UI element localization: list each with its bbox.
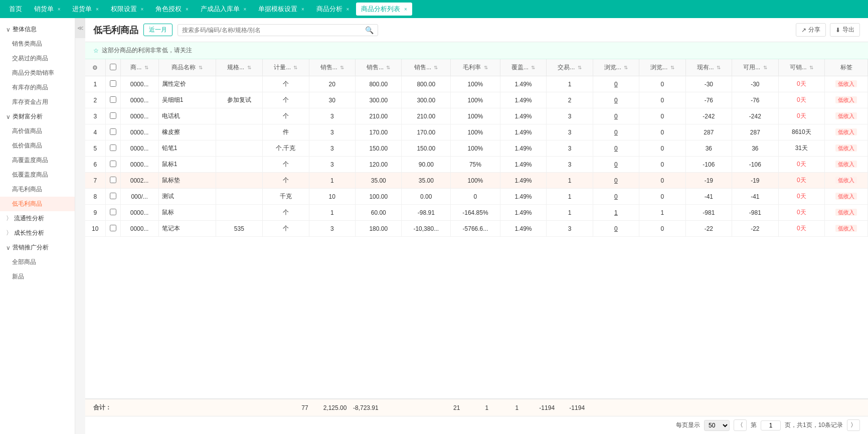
browse-link[interactable]: 0 [614,161,618,168]
row-browse1[interactable]: 0 [593,140,639,157]
top-navigation: 首页 销货单 × 进货单 × 权限设置 × 角色授权 × 产成品入库单 × 单据… [0,0,868,18]
close-icon[interactable]: × [96,7,99,12]
sidebar-item-sales-goods[interactable]: 销售类商品 [0,37,75,51]
footer-browse1: 1 [472,404,502,411]
tag-badge: 低收入 [835,193,857,200]
sidebar-item-stocked-goods[interactable]: 有库存的商品 [0,80,75,95]
row-browse1[interactable]: 0 [593,157,639,173]
sidebar-collapse-button[interactable]: ≪ [75,18,85,38]
search-input[interactable] [182,27,365,34]
row-sales1: 1 [309,205,355,221]
row-select-checkbox[interactable] [110,177,116,183]
row-select-checkbox[interactable] [110,193,116,199]
row-browse1[interactable]: 0 [593,92,639,108]
row-checkbox[interactable] [105,76,120,92]
close-icon[interactable]: × [186,7,189,12]
close-icon[interactable]: × [404,7,407,12]
row-select-checkbox[interactable] [110,225,116,231]
browse-link[interactable]: 0 [614,129,618,136]
row-browse1[interactable]: 0 [593,108,639,124]
tag-badge: 低收入 [835,128,857,135]
row-browse1[interactable]: 0 [593,221,639,237]
sidebar-group-label: 成长性分析 [14,229,44,237]
row-select-checkbox[interactable] [110,96,116,103]
export-button[interactable]: ⬇ 导出 [830,23,860,37]
browse-link[interactable]: 0 [614,81,618,88]
row-select-checkbox[interactable] [110,209,116,215]
sidebar-item-new-goods[interactable]: 新品 [0,269,75,284]
browse-link[interactable]: 0 [614,225,618,232]
row-browse1[interactable]: 1 [593,205,639,221]
sidebar-item-category-sales-rate[interactable]: 商品分类助销率 [0,66,75,80]
row-browse1[interactable]: 0 [593,173,639,189]
nav-product-inbound[interactable]: 产成品入库单 × [196,3,251,16]
close-icon[interactable]: × [141,7,144,12]
prev-page-button[interactable]: 〈 [734,419,747,431]
row-browse1[interactable]: 0 [593,189,639,205]
row-browse1[interactable]: 0 [593,124,639,140]
browse-link[interactable]: 0 [614,97,618,104]
row-browse1[interactable]: 0 [593,76,639,92]
row-checkbox[interactable] [105,157,120,173]
browse-link[interactable]: 0 [614,113,618,120]
row-select-checkbox[interactable] [110,112,116,119]
col-settings[interactable]: ⚙ [85,59,105,76]
next-page-button[interactable]: 〉 [847,419,860,431]
sidebar-item-all-goods[interactable]: 全部商品 [0,255,75,269]
sidebar-item-capital-usage[interactable]: 库存资金占用 [0,95,75,109]
close-icon[interactable]: × [58,7,61,12]
row-checkbox[interactable] [105,124,120,140]
row-checkbox[interactable] [105,189,120,205]
sidebar-group-title-growth[interactable]: 〉 成长性分析 [0,226,75,240]
nav-purchase-order[interactable]: 进货单 × [67,3,103,16]
row-select-checkbox[interactable] [110,144,116,151]
close-icon[interactable]: × [301,7,304,12]
row-checkbox[interactable] [105,221,120,237]
share-button[interactable]: ↗ 分享 [796,23,826,37]
sidebar-item-low-value[interactable]: 低价值商品 [0,138,75,153]
nav-role-auth[interactable]: 角色授权 × [150,3,193,16]
row-checkbox[interactable] [105,205,120,221]
browse-link[interactable]: 1 [614,209,618,216]
nav-product-analysis[interactable]: 商品分析 × [311,3,354,16]
browse-link[interactable]: 0 [614,145,618,152]
sidebar-item-low-margin[interactable]: 低毛利商品 [0,197,75,211]
row-select-checkbox[interactable] [110,161,116,167]
per-page-select[interactable]: 50 100 200 [704,420,730,431]
row-gross: -164.85% [451,205,500,221]
nav-sales-order[interactable]: 销货单 × [29,3,65,16]
share-icon: ↗ [801,27,806,34]
row-spec [216,108,262,124]
nav-home[interactable]: 首页 [4,3,27,16]
sidebar-item-traded-goods[interactable]: 交易过的商品 [0,51,75,66]
nav-template-settings[interactable]: 单据模板设置 × [253,3,309,16]
close-icon[interactable]: × [244,7,247,12]
row-select-checkbox[interactable] [110,128,116,135]
row-checkbox[interactable] [105,173,120,189]
sidebar-group-title-overview[interactable]: ∨ 整体信息 [0,22,75,37]
select-all-checkbox[interactable] [110,64,116,70]
sidebar-item-high-margin[interactable]: 高毛利商品 [0,182,75,197]
row-gross: 100% [451,92,500,108]
row-select-checkbox[interactable] [110,80,116,87]
browse-link[interactable]: 0 [614,193,618,200]
row-index: 3 [85,108,105,124]
page-number-input[interactable] [761,420,781,430]
row-checkbox[interactable] [105,140,120,157]
row-coverage: 1.49% [500,108,546,124]
sidebar-group-title-wealth[interactable]: ∨ 类财富分析 [0,109,75,124]
browse-link[interactable]: 0 [614,177,618,184]
sidebar-item-high-coverage[interactable]: 高覆盖度商品 [0,153,75,168]
nav-product-analysis-list[interactable]: 商品分析列表 × [356,3,412,16]
sidebar-item-low-coverage[interactable]: 低覆盖度商品 [0,168,75,182]
sidebar-group-title-marketing[interactable]: ∨ 营销推广分析 [0,240,75,255]
sidebar-group-title-liquidity[interactable]: 〉 流通性分析 [0,211,75,226]
row-checkbox[interactable] [105,92,120,108]
date-filter-button[interactable]: 近一月 [143,24,172,36]
search-icon[interactable]: 🔍 [365,26,374,34]
row-checkbox[interactable] [105,108,120,124]
sidebar-item-high-value[interactable]: 高价值商品 [0,124,75,138]
row-coverage: 1.49% [500,140,546,157]
nav-permissions[interactable]: 权限设置 × [106,3,148,16]
close-icon[interactable]: × [346,7,349,12]
